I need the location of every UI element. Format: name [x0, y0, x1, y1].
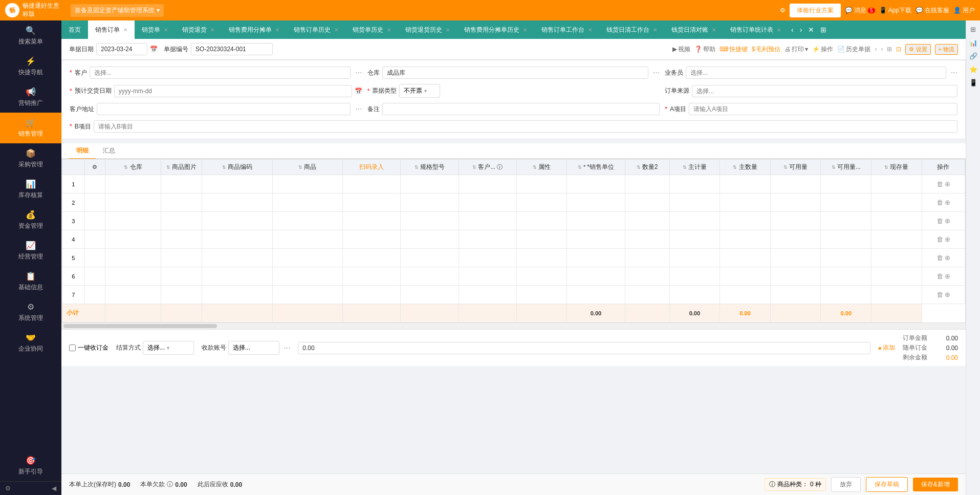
salesperson-more-icon[interactable]: ···	[951, 68, 957, 77]
row-copy-icon[interactable]: ⊕	[945, 217, 950, 225]
settings-gear-icon[interactable]: ⚙	[780, 7, 786, 14]
save-new-button[interactable]: 保存&新增	[913, 478, 958, 491]
tab-fee-history[interactable]: 销售费用分摊单历史 ✕	[457, 20, 534, 39]
sidebar-item-inventory[interactable]: 📊 库存核算	[0, 174, 61, 205]
row-copy-icon[interactable]: ⊕	[945, 235, 950, 243]
row-copy-icon[interactable]: ⊕	[945, 180, 950, 188]
row-delete-icon[interactable]: 🗑	[937, 199, 943, 206]
account-more-icon[interactable]: ···	[284, 343, 290, 353]
remark-input[interactable]	[382, 103, 660, 115]
customer-address-input[interactable]	[97, 103, 351, 115]
tab-close-stats[interactable]: ✕	[777, 27, 781, 33]
row-delete-icon[interactable]: 🗑	[937, 254, 943, 262]
sidebar-item-system[interactable]: ⚙ 系统管理	[0, 297, 61, 328]
tab-sales-order-history[interactable]: 销售订单历史 ✕	[287, 20, 345, 39]
tab-close-workbench2[interactable]: ✕	[653, 27, 657, 33]
single-date-input[interactable]: 2023-03-24	[96, 43, 147, 55]
sidebar-item-management[interactable]: 📈 经营管理	[0, 235, 61, 266]
sidebar-settings-icon[interactable]: ⚙	[5, 485, 11, 492]
tab-home[interactable]: 首页	[61, 20, 88, 39]
sidebar-collapse-icon[interactable]: ◀	[52, 485, 56, 492]
row-copy-icon[interactable]: ⊕	[945, 272, 950, 280]
customer-more-icon[interactable]: ···	[355, 68, 362, 77]
sidebar-item-basic-info[interactable]: 📋 基础信息	[0, 266, 61, 297]
tab-sales-fee-split[interactable]: 销售费用分摊单 ✕	[222, 20, 287, 39]
customer-input[interactable]	[90, 67, 351, 79]
tab-close-all-button[interactable]: ✕	[805, 26, 817, 34]
profit-button[interactable]: $ 毛利预估	[752, 45, 781, 54]
history-button[interactable]: 📄 历史单据	[837, 45, 870, 54]
row-delete-icon[interactable]: 🗑	[937, 235, 943, 243]
checkout-amount-input[interactable]	[298, 342, 870, 354]
delivery-date-input[interactable]	[114, 85, 352, 97]
system-selector[interactable]: 装备及固定资产辅助管理系统 ▾	[71, 4, 164, 17]
sidebar-item-sales[interactable]: 🛒 销售管理	[0, 113, 61, 143]
sidebar-item-purchase[interactable]: 📦 采购管理	[0, 143, 61, 174]
tab-close-history1[interactable]: ✕	[334, 27, 338, 33]
sidebar-item-enterprise[interactable]: 🤝 企业协同	[0, 328, 61, 358]
tab-return-history[interactable]: 销货退货历史 ✕	[398, 20, 457, 39]
one-click-checkout-input[interactable]	[69, 345, 76, 351]
tab-detail[interactable]: 明细	[69, 143, 96, 159]
warehouse-more-icon[interactable]: ···	[653, 68, 660, 77]
tab-list-button[interactable]: ⊞	[817, 26, 830, 34]
tab-close-workbench1[interactable]: ✕	[588, 27, 592, 33]
tab-daily-clear-workbench[interactable]: 钱货日清工作台 ✕	[599, 20, 664, 39]
tab-order-workbench[interactable]: 销售订单工作台 ✕	[534, 20, 599, 39]
row-delete-icon[interactable]: 🗑	[937, 180, 943, 188]
tab-daily-reconcile[interactable]: 钱货日清对账 ✕	[664, 20, 723, 39]
save-draft-button[interactable]: 保存草稿	[866, 477, 908, 492]
tab-sales-return[interactable]: 销货退货 ✕	[175, 20, 222, 39]
row-copy-icon[interactable]: ⊕	[945, 254, 950, 262]
tab-close-sales-fee[interactable]: ✕	[275, 27, 279, 33]
right-panel-icon-5[interactable]: 📱	[967, 76, 979, 89]
row-copy-icon[interactable]: ⊕	[945, 291, 950, 298]
operation-button[interactable]: ⚡ 操作	[812, 45, 833, 54]
solution-button[interactable]: 体验行业方案	[790, 4, 841, 17]
warehouse-input[interactable]	[382, 67, 648, 79]
tab-sales-stats[interactable]: 销售订单统计表 ✕	[723, 20, 788, 39]
app-download-icon[interactable]: 📱 App下载	[879, 6, 911, 15]
online-service-icon[interactable]: 💬 在线客服	[916, 6, 949, 15]
nav-next-icon[interactable]: ›	[881, 46, 883, 53]
tab-close-history3[interactable]: ✕	[446, 27, 450, 33]
row-delete-icon[interactable]: 🗑	[937, 291, 943, 298]
user-icon[interactable]: 👤 用户	[953, 6, 975, 15]
calendar-icon[interactable]: 📅	[150, 46, 158, 53]
row-copy-icon[interactable]: ⊕	[945, 199, 950, 206]
sidebar-item-guide[interactable]: 🎯 新手引导	[0, 450, 61, 481]
delivery-calendar-icon[interactable]: 📅	[355, 88, 362, 95]
account-select[interactable]: 选择...	[228, 341, 279, 355]
one-click-checkout-checkbox[interactable]: 一键收订金	[69, 343, 108, 352]
sidebar-item-finance[interactable]: 💰 资金管理	[0, 205, 61, 235]
payment-method-select[interactable]: 选择... ▾	[143, 341, 194, 355]
tab-close-sales-invoice[interactable]: ✕	[164, 27, 168, 33]
table-view-icon[interactable]: ⊞	[887, 46, 892, 53]
invoice-type-select[interactable]: 不开票 ▾	[399, 84, 440, 98]
maximize-icon[interactable]: ⊡	[896, 46, 901, 53]
row-delete-icon[interactable]: 🗑	[937, 272, 943, 280]
view-video-button[interactable]: ▶ 视频	[672, 45, 690, 54]
help-button[interactable]: ❓ 帮助	[694, 45, 715, 54]
sidebar-item-search[interactable]: 🔍 搜索菜单	[0, 20, 61, 51]
tab-invoice-history[interactable]: 销货单历史 ✕	[345, 20, 398, 39]
add-payment-button[interactable]: ● 添加	[878, 343, 895, 352]
single-no-input[interactable]: SO-20230324-001	[191, 43, 273, 55]
form-settings-button[interactable]: ⚙ 设置	[905, 44, 930, 55]
address-more-icon[interactable]: ···	[355, 104, 362, 114]
tab-close-history4[interactable]: ✕	[523, 27, 527, 33]
tab-close-reconcile[interactable]: ✕	[712, 27, 716, 33]
message-icon[interactable]: 💬 消息 5	[845, 6, 875, 15]
nav-prev-icon[interactable]: ‹	[875, 46, 877, 53]
tab-next-button[interactable]: ›	[797, 26, 805, 34]
sidebar-item-quick-nav[interactable]: ⚡ 快捷导航	[0, 51, 61, 82]
right-panel-icon-3[interactable]: 🔗	[967, 50, 979, 62]
tab-close-sales-order[interactable]: ✕	[123, 27, 127, 33]
print-button[interactable]: 🖨 打印 ▾	[785, 45, 808, 54]
tab-close-sales-return[interactable]: ✕	[210, 27, 214, 33]
salesperson-input[interactable]	[686, 67, 946, 79]
right-panel-icon-2[interactable]: 📊	[967, 36, 979, 49]
discard-button[interactable]: 放弃	[831, 477, 861, 492]
row-delete-icon[interactable]: 🗑	[937, 217, 943, 225]
add-logistics-button[interactable]: + 物流	[935, 44, 958, 55]
